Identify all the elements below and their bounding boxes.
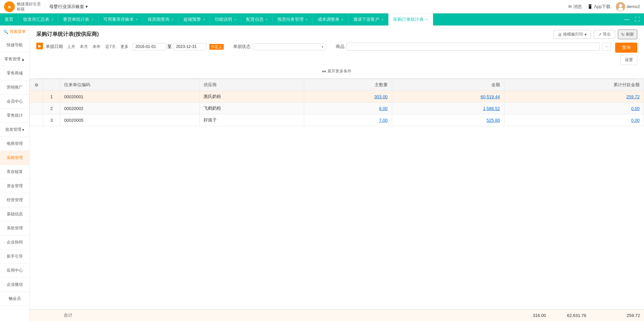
row-qty[interactable]: 7.00 bbox=[304, 114, 392, 126]
row-settings bbox=[30, 91, 43, 103]
tab-home[interactable]: 首页 bbox=[0, 13, 18, 25]
close-icon[interactable]: × bbox=[136, 17, 138, 21]
row-supplier: 惠氏奶粉 bbox=[200, 91, 304, 103]
row-supplier: 飞鹤奶粉 bbox=[200, 103, 304, 114]
sidebar-item-purchase[interactable]: 采购管理 bbox=[0, 151, 29, 165]
gear-icon[interactable]: ⚙ bbox=[35, 83, 39, 88]
export-button[interactable]: ↗ 导出 bbox=[594, 30, 615, 39]
user-menu[interactable]: demo2 bbox=[616, 2, 640, 11]
tab-purchase-stat[interactable]: 采购订单统计表 × bbox=[388, 13, 433, 25]
close-icon[interactable]: × bbox=[426, 17, 428, 21]
row-paid[interactable]: 0.00 bbox=[504, 114, 644, 126]
tab-invite[interactable]: 邀请下游客户 × bbox=[348, 13, 388, 25]
shortcut-this-year[interactable]: 本年 bbox=[91, 43, 102, 50]
content-area: 采购订单统计表(按供应商) 🖨 按模板打印 ▾ ↗ 导出 ↻ 刷新 bbox=[30, 25, 644, 321]
sidebar-item-enterprise[interactable]: 企业协同 bbox=[0, 235, 29, 250]
row-paid[interactable]: 0.00 bbox=[504, 103, 644, 114]
chevron-down-icon: ▾ bbox=[322, 45, 323, 49]
sidebar-item-members[interactable]: 畅会员 bbox=[0, 292, 29, 306]
sidebar-item-finance[interactable]: 资金管理 bbox=[0, 179, 29, 193]
expand-more-row[interactable]: ▾▾ 展开更多条件 bbox=[36, 67, 637, 75]
close-icon[interactable]: × bbox=[51, 17, 53, 21]
sidebar-item-wholesale[interactable]: 批发管理 ▾ bbox=[0, 123, 29, 137]
sidebar: 🔍 搜索菜单 快捷导航 零售管理 ▲ 零售商城 营销推广 会员中心 零售统计 批… bbox=[0, 25, 30, 321]
table-footer: 合计 316.00 62,631.76 259.72 bbox=[30, 309, 644, 321]
print-button[interactable]: 🖨 按模板打印 ▾ bbox=[553, 30, 591, 39]
filter-right-actions: 查询 设置 bbox=[615, 43, 637, 65]
app-download-btn[interactable]: 📱 App下载 bbox=[587, 4, 610, 10]
shortcut-this-month[interactable]: 本月 bbox=[78, 43, 89, 50]
close-icon[interactable]: × bbox=[306, 17, 308, 21]
row-qty[interactable]: 303.00 bbox=[304, 91, 392, 103]
tab-req-stat[interactable]: 要货单统计表 × bbox=[58, 13, 98, 25]
sidebar-item-system[interactable]: 系统管理 bbox=[0, 221, 29, 235]
sidebar-item-ecommerce[interactable]: 电商管理 bbox=[0, 137, 29, 151]
close-icon[interactable]: × bbox=[341, 17, 343, 21]
goods-input[interactable] bbox=[346, 43, 600, 51]
sidebar-search[interactable]: 🔍 搜索菜单 bbox=[0, 25, 29, 38]
shortcut-7days[interactable]: 近7天 bbox=[104, 43, 117, 50]
sidebar-item-marketing[interactable]: 营销推广 bbox=[0, 81, 29, 95]
date-to-input[interactable] bbox=[173, 43, 207, 50]
shortcut-last-month[interactable]: 上月 bbox=[66, 43, 76, 50]
workspace-selector[interactable]: 母婴行业演示账套 ▾ bbox=[45, 4, 88, 10]
row-settings bbox=[30, 103, 43, 114]
sidebar-item-wechat[interactable]: 企业微信 bbox=[0, 278, 29, 292]
tab-maximize-btn[interactable]: ⛶ bbox=[633, 16, 641, 22]
main-layout: 🔍 搜索菜单 快捷导航 零售管理 ▲ 零售商城 营销推广 会员中心 零售统计 批… bbox=[0, 25, 644, 321]
goods-ellipsis-btn[interactable]: ··· bbox=[602, 43, 611, 51]
tab-expiry[interactable]: 保质期查询 × bbox=[143, 13, 178, 25]
search-button[interactable]: 查询 bbox=[615, 43, 637, 53]
setting-button[interactable]: 设置 bbox=[621, 55, 637, 65]
sidebar-item-retail[interactable]: 零售管理 ▲ bbox=[0, 52, 29, 66]
sidebar-item-member[interactable]: 会员中心 bbox=[0, 95, 29, 109]
tab-cost-adj[interactable]: 成本调整单 × bbox=[313, 13, 348, 25]
shortcut-more[interactable]: 更多 bbox=[119, 43, 130, 50]
filter-collapse-btn[interactable]: ▶ bbox=[36, 43, 43, 49]
qty-col-header: 主数量 bbox=[304, 79, 392, 91]
sidebar-item-inventory[interactable]: 库存核算 bbox=[0, 165, 29, 179]
tab-minimize-btn[interactable]: — bbox=[623, 16, 631, 22]
close-icon[interactable]: × bbox=[203, 17, 205, 21]
close-icon[interactable]: × bbox=[91, 17, 93, 21]
table-header: ⚙ 往来单位编码 供应商 主数量 金额 累计付款金额 bbox=[30, 79, 644, 91]
filter-area: ▶ 单据日期 上月 本月 本年 近7天 更多 bbox=[36, 43, 637, 78]
tab-config[interactable]: 配置信息 × bbox=[241, 13, 273, 25]
top-bar-right: ✉ 消息 📱 App下载 demo2 bbox=[568, 2, 640, 11]
table-row: 2 00020002 飞鹤奶粉 6.00 1,586.52 0.00 bbox=[30, 103, 644, 114]
message-btn[interactable]: ✉ 消息 bbox=[568, 4, 582, 10]
sidebar-item-retail-stats[interactable]: 零售统计 bbox=[0, 109, 29, 123]
sidebar-item-operations[interactable]: 经营管理 bbox=[0, 193, 29, 207]
tab-actions: — ⛶ bbox=[623, 16, 644, 22]
workspace-arrow-icon: ▾ bbox=[86, 4, 88, 9]
close-icon[interactable]: × bbox=[171, 17, 173, 21]
sidebar-item-basic[interactable]: 基础信息 bbox=[0, 207, 29, 221]
sidebar-item-quick-nav[interactable]: 快捷导航 bbox=[0, 38, 29, 52]
close-icon[interactable]: × bbox=[381, 17, 383, 21]
sidebar-item-newbie[interactable]: 新手引导 bbox=[0, 250, 29, 264]
close-icon[interactable]: × bbox=[266, 17, 268, 21]
row-amount[interactable]: 1,586.52 bbox=[392, 103, 504, 114]
row-unit-code: 00020001 bbox=[60, 91, 200, 103]
custom-tag: 自定义 bbox=[209, 44, 224, 50]
close-icon[interactable]: × bbox=[234, 17, 236, 21]
refresh-button[interactable]: ↻ 刷新 bbox=[618, 30, 637, 39]
sidebar-item-app-center[interactable]: 应用中心 bbox=[0, 264, 29, 278]
unit-code-col-header: 往来单位编码 bbox=[60, 79, 200, 91]
tab-collect-pay[interactable]: 收发存汇总表 × bbox=[18, 13, 58, 25]
row-index: 2 bbox=[43, 103, 60, 114]
sidebar-item-retail-store[interactable]: 零售商城 bbox=[0, 66, 29, 81]
tab-pick-task[interactable]: 拣货任务管理 × bbox=[273, 13, 313, 25]
chevron-down-icon: ▾ bbox=[22, 127, 24, 132]
index-col-header bbox=[43, 79, 60, 91]
status-select[interactable]: ▾ bbox=[253, 43, 326, 50]
tab-avail-stock[interactable]: 可用量库存账本 × bbox=[99, 13, 143, 25]
tab-overstock[interactable]: 超储预警 × bbox=[179, 13, 210, 25]
row-paid[interactable]: 259.72 bbox=[504, 91, 644, 103]
row-amount[interactable]: 60,519.44 bbox=[392, 91, 504, 103]
tab-func-desc[interactable]: 功能说明 × bbox=[210, 13, 241, 25]
row-amount[interactable]: 525.80 bbox=[392, 114, 504, 126]
date-from-input[interactable] bbox=[132, 43, 166, 50]
row-qty[interactable]: 6.00 bbox=[304, 103, 392, 114]
table-row: 3 00020005 好孩子 7.00 525.80 0.00 bbox=[30, 114, 644, 126]
